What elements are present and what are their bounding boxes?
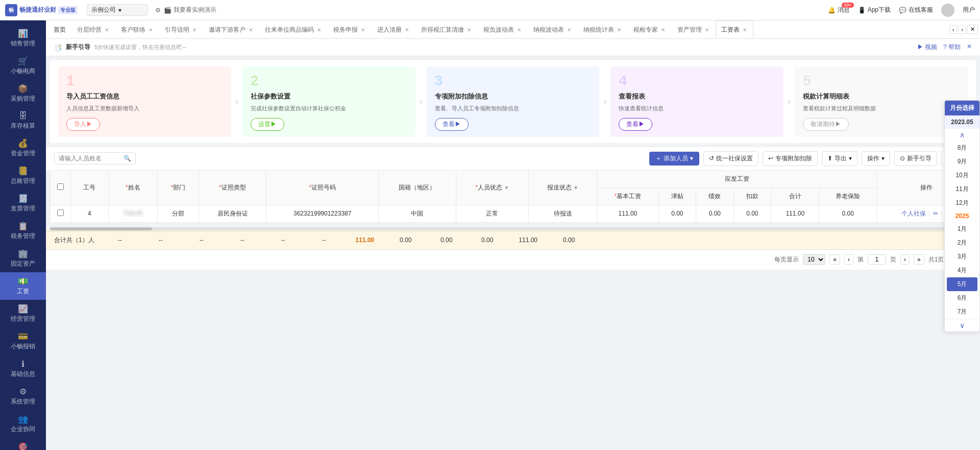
step-2-button[interactable]: 设置▶: [251, 118, 284, 131]
tab-close-all-button[interactable]: ✕: [967, 25, 978, 34]
tab-close-clearance[interactable]: ✕: [404, 27, 410, 33]
tab-guide[interactable]: 引导说明 ✕: [159, 20, 203, 39]
next-page-button[interactable]: ›: [900, 254, 910, 265]
tab-close-tax-expert[interactable]: ✕: [660, 27, 666, 33]
sidebar-item-assets[interactable]: 🏢 固定资产: [0, 245, 46, 272]
month-item-7[interactable]: 7月: [945, 305, 979, 319]
tab-income-tax[interactable]: 所得税汇算清缴 ✕: [415, 20, 478, 39]
tab-home[interactable]: 首页: [48, 20, 71, 39]
month-item-2[interactable]: 2月: [945, 236, 979, 250]
tab-close-customer[interactable]: ✕: [148, 27, 154, 33]
month-item-6[interactable]: 6月: [945, 291, 979, 305]
company-selector[interactable]: 示例公司 ▾: [87, 4, 148, 16]
step-1-title: 导入员工工资信息: [66, 92, 223, 101]
tab-close-salary-table[interactable]: ✕: [742, 27, 748, 33]
tab-tax-stat[interactable]: 纳税统计表 ✕: [578, 20, 628, 39]
month-item-5[interactable]: 5月: [947, 277, 977, 291]
month-nav-down[interactable]: ∨: [960, 321, 965, 329]
tab-close-invite[interactable]: ✕: [248, 27, 254, 33]
month-item-8[interactable]: 8月: [945, 141, 979, 155]
action-edit[interactable]: ✏: [933, 210, 938, 217]
tab-tax-expert[interactable]: 税检专家 ✕: [628, 20, 672, 39]
prev-page-button[interactable]: ‹: [844, 254, 853, 265]
month-item-12[interactable]: 12月: [945, 196, 979, 210]
month-item-4[interactable]: 4月: [945, 264, 979, 277]
per-page-select[interactable]: 10 20 50: [803, 254, 825, 265]
tab-asset-mgmt[interactable]: 资产管理 ✕: [672, 20, 716, 39]
step-3-button[interactable]: 查看▶: [435, 118, 469, 131]
messages-button[interactable]: 🔔 消息 99+: [828, 6, 850, 14]
tab-prev-button[interactable]: ‹: [949, 25, 958, 34]
sidebar-item-collab[interactable]: 👥 企业协同: [0, 410, 46, 438]
tab-close-tax-stat[interactable]: ✕: [616, 27, 622, 33]
tab-close-product-code[interactable]: ✕: [316, 27, 322, 33]
sidebar-item-operations[interactable]: 📈 经营管理: [0, 300, 46, 327]
horizontal-scrollbar[interactable]: [46, 227, 980, 231]
avatar[interactable]: [941, 4, 954, 17]
online-service-button[interactable]: 💬 在线客服: [899, 6, 933, 14]
sidebar-item-ledger[interactable]: 📒 总账管理: [0, 162, 46, 190]
sidebar-item-invoice[interactable]: 🧾 发票管理: [0, 190, 46, 217]
search-input[interactable]: [59, 155, 121, 162]
video-link[interactable]: ▶ 视频: [917, 43, 937, 52]
month-item-9[interactable]: 9月: [945, 155, 979, 169]
sidebar-item-sales[interactable]: 📊 销售管理: [0, 25, 46, 52]
sidebar-item-tax[interactable]: 📋 税务管理: [0, 217, 46, 245]
month-nav-up[interactable]: ∧: [960, 131, 965, 139]
sidebar-item-purchase[interactable]: 📦 采购管理: [0, 80, 46, 107]
last-page-button[interactable]: »: [914, 254, 924, 265]
month-item-1[interactable]: 1月: [945, 222, 979, 236]
new-guide-button[interactable]: ⊙ 新手引导: [894, 151, 937, 166]
help-link[interactable]: ? 帮助: [943, 43, 961, 52]
demo-link[interactable]: 🎬 我要看实例演示: [164, 6, 216, 14]
tab-close-layered-ops[interactable]: ✕: [104, 27, 110, 33]
add-staff-button[interactable]: ＋ 添加人员 ▾: [649, 152, 699, 165]
step-1-button[interactable]: 导入▶: [66, 118, 100, 131]
guide-title: 新手引导: [66, 43, 90, 52]
unified-social-button[interactable]: ↺ 统一社保设置: [703, 151, 758, 166]
sidebar-item-basic-info[interactable]: ℹ 基础信息: [0, 355, 46, 383]
tab-customer[interactable]: 客户联络 ✕: [115, 20, 159, 39]
tab-layered-ops[interactable]: 分层经营 ✕: [71, 20, 115, 39]
sidebar-item-salary[interactable]: 💵 工资: [0, 272, 46, 300]
scrollbar-thumb[interactable]: [50, 227, 152, 230]
row-checkbox[interactable]: [57, 209, 64, 216]
app-download-button[interactable]: 📱 App下载: [858, 6, 891, 14]
tab-product-code[interactable]: 往来单位商品编码 ✕: [259, 20, 328, 39]
operation-button[interactable]: 操作 ▾: [862, 151, 890, 166]
action-personal-social[interactable]: 个人社保: [901, 210, 926, 217]
tab-tax-report[interactable]: 税务申报 ✕: [328, 20, 372, 39]
sidebar-item-system[interactable]: ⚙ 系统管理: [0, 383, 46, 410]
sidebar-item-expense[interactable]: 💳 小畅报销: [0, 327, 46, 355]
guide-close-icon[interactable]: ✕: [967, 43, 972, 52]
page-number-input[interactable]: [868, 254, 886, 265]
step-4-button[interactable]: 查看▶: [619, 118, 652, 131]
sidebar-item-ecommerce[interactable]: 🛒 小畅电商: [0, 52, 46, 80]
tab-salary-table[interactable]: 工资表 ✕: [716, 20, 753, 39]
tab-close-guide[interactable]: ✕: [191, 27, 198, 33]
tab-close-tax-wave[interactable]: ✕: [566, 27, 572, 33]
tab-close-income-tax[interactable]: ✕: [466, 27, 472, 33]
sidebar-item-inventory[interactable]: 🗄 库存核算: [0, 107, 46, 134]
search-icon[interactable]: 🔍: [124, 155, 131, 162]
sidebar-item-finance[interactable]: 💰 资金管理: [0, 134, 46, 162]
select-all-checkbox[interactable]: [57, 183, 64, 190]
month-item-11[interactable]: 11月: [945, 182, 979, 196]
special-deduct-button[interactable]: ↩ 专项附加扣除: [763, 151, 818, 166]
tab-tax-wave[interactable]: 纳税波动表 ✕: [528, 20, 578, 39]
username[interactable]: 用户: [963, 6, 975, 14]
tab-close-tax-report[interactable]: ✕: [360, 27, 366, 33]
tab-close-asset-mgmt[interactable]: ✕: [704, 27, 710, 33]
first-page-button[interactable]: «: [829, 254, 840, 265]
step-5-button[interactable]: 敬请期待▶: [803, 118, 849, 131]
tab-tax-burden[interactable]: 税负波动表 ✕: [478, 20, 528, 39]
month-item-3[interactable]: 3月: [945, 250, 979, 264]
tab-invite[interactable]: 邀请下游客户 ✕: [203, 20, 259, 39]
tab-close-tax-burden[interactable]: ✕: [516, 27, 522, 33]
export-button[interactable]: ⬆ 导出 ▾: [822, 151, 857, 166]
tab-next-button[interactable]: ›: [958, 25, 966, 34]
tab-clearance[interactable]: 进入清册 ✕: [372, 20, 415, 39]
month-item-10[interactable]: 10月: [945, 169, 979, 182]
gear-icon[interactable]: ⚙: [155, 7, 161, 14]
sidebar-item-guide[interactable]: 🎯 新手引导: [0, 438, 46, 450]
